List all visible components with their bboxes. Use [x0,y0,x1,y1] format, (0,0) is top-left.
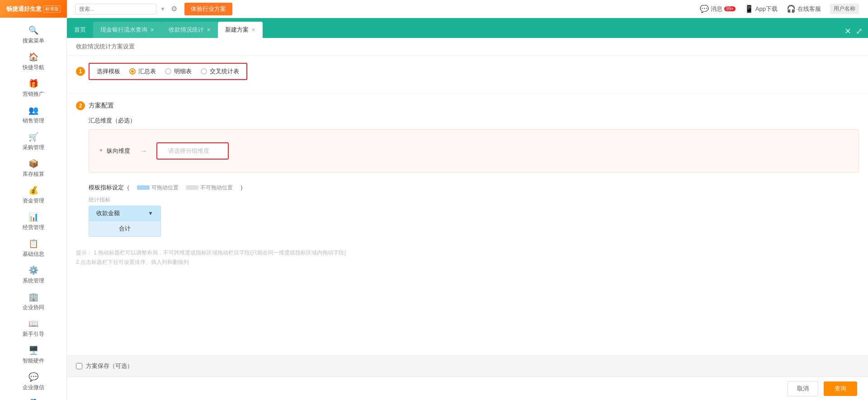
tip-1: 提示： 1.拖动标题栏可以调整布局，不可跨维度或指标区域拖动栏目字段(只能在同一… [76,249,859,257]
sidebar-item-sales[interactable]: 👥 销售管理 [0,102,66,128]
sidebar-item-inventory-label: 库存核算 [23,170,44,178]
cancel-button[interactable]: 取消 [788,381,818,396]
sidebar-item-basic-info[interactable]: 📋 基础信息 [0,235,66,262]
tab-new-plan[interactable]: 新建方案 ✕ [218,22,263,38]
sidebar-item-smart-hardware-label: 智能硬件 [23,357,44,365]
sidebar-item-purchase[interactable]: 🛒 采购管理 [0,128,66,155]
query-button[interactable]: 查询 [824,381,857,396]
sidebar-item-purchase-label: 采购管理 [23,144,44,151]
message-action[interactable]: 💬 消息 99+ [700,5,736,13]
step1-label: 选择模板 [97,67,120,75]
sales-icon: 👥 [28,105,38,115]
finance-icon: 💰 [28,185,38,195]
sidebar-item-operations[interactable]: 📊 经营管理 [0,208,66,235]
wechat-icon: 💬 [28,372,38,382]
sidebar-item-smart-hardware[interactable]: 🖥️ 智能硬件 [0,342,66,368]
search-dropdown-icon[interactable]: ▼ [160,6,165,12]
radio-detail-circle [165,68,171,75]
tab-home-label: 首页 [74,26,86,34]
dimension-section-label: 汇总维度（必选） [89,117,859,125]
radio-summary-circle [129,68,136,75]
message-label: 消息 [711,5,722,13]
tab-receipt-stats-close-icon[interactable]: ✕ [207,27,211,33]
sidebar-item-member[interactable]: 🏅 畅会员 [0,395,66,400]
download-icon: 📱 [745,5,754,13]
tab-maximize-icon[interactable]: ⤢ [856,26,863,36]
save-option-checkbox[interactable] [76,363,82,369]
metrics-column-label: 收款金额 [96,209,120,217]
content-area: 首页 现金银行流水查询 ✕ 收款情况统计 ✕ 新建方案 ✕ ✕ ⤢ [67,18,868,400]
step1-section: 1 选择模板 汇总表 [67,56,868,94]
sidebar-item-search-menu[interactable]: 🔍 搜索菜单 [0,22,66,48]
sidebar-item-finance[interactable]: 💰 资金管理 [0,182,66,208]
operations-icon: 📊 [28,212,38,222]
radio-detail-label: 明细表 [174,67,192,75]
metrics-header-text: 模板指标设定（ [89,184,130,192]
tab-bar: 首页 现金银行流水查询 ✕ 收款情况统计 ✕ 新建方案 ✕ ✕ ⤢ [67,18,868,38]
tips-section: 提示： 1.拖动标题栏可以调整布局，不可跨维度或指标区域拖动栏目字段(只能在同一… [67,245,868,273]
basic-info-icon: 📋 [28,239,38,249]
tip-2: 2.点击标题栏下拉可设置排序、插入列和删除列 [76,259,859,266]
smart-hardware-icon: 🖥️ [28,345,38,355]
sidebar-item-marketing[interactable]: 🎁 营销推广 [0,75,66,102]
message-badge: 99+ [724,6,736,11]
form-card: 收款情况统计方案设置 1 选择模板 汇总表 [67,38,868,376]
tab-close-window-icon[interactable]: ✕ [844,26,851,36]
sidebar-item-guide-label: 新手引导 [23,330,44,338]
user-area[interactable]: 用户名称 [830,4,859,14]
footer-bar: 取消 查询 [67,376,868,400]
tab-home[interactable]: 首页 [67,22,93,38]
sidebar-item-inventory[interactable]: 📦 库存核算 [0,155,66,182]
tab-bank-flow-label: 现金银行流水查询 [100,26,147,34]
purchase-icon: 🛒 [28,132,38,142]
guide-icon: 📖 [28,319,38,329]
marketing-icon: 🎁 [28,79,38,89]
tab-bank-flow[interactable]: 现金银行流水查询 ✕ [93,22,161,38]
dimension-label-text: 汇总维度（必选） [89,117,136,124]
step2-number: 2 [76,101,85,110]
sidebar-item-operations-label: 经营管理 [23,224,44,231]
draggable-color-swatch [137,185,150,190]
draggable-label: 可拖动位置 [151,184,179,192]
service-action[interactable]: 🎧 在线客服 [787,5,821,13]
user-name: 用户名称 [834,5,855,12]
logo-area: 畅捷通好生意 标准版 [0,0,67,18]
tab-new-plan-label: 新建方案 [225,26,249,34]
tab-bank-flow-close-icon[interactable]: ✕ [150,27,154,33]
step2-section: 2 方案配置 汇总维度（必选） * 纵向维度 → [67,94,868,184]
dimension-select-btn[interactable]: 请选择分组维度 [156,142,229,160]
settings-icon[interactable]: ⚙ [171,5,177,13]
sidebar-item-wechat[interactable]: 💬 企业微信 [0,368,66,395]
dimension-area: * 纵向维度 → 请选择分组维度 [89,129,859,173]
download-action[interactable]: 📱 App下载 [745,5,778,13]
top-search-input[interactable] [75,4,156,14]
tab-receipt-stats[interactable]: 收款情况统计 ✕ [161,22,218,38]
save-option-row: 方案保存（可选） [67,355,868,376]
sidebar-item-guide[interactable]: 📖 新手引导 [0,315,66,342]
quick-nav-icon: 🏠 [28,52,38,62]
dimension-required-marker: * [100,148,102,155]
sidebar-item-quick-nav[interactable]: 🏠 快捷导航 [0,48,66,75]
metrics-table-header-row[interactable]: 收款金额 ▼ [89,206,160,221]
metrics-dropdown-icon[interactable]: ▼ [148,210,153,216]
radio-summary-label: 汇总表 [138,67,156,75]
step1-title: 1 选择模板 汇总表 [76,63,859,80]
tab-new-plan-close-icon[interactable]: ✕ [251,27,255,33]
sidebar-item-system[interactable]: ⚙️ 系统管理 [0,262,66,288]
system-icon: ⚙️ [28,265,38,275]
sidebar-item-wechat-label: 企业微信 [23,384,44,391]
metrics-cell-total-label: 合计 [119,225,131,232]
trial-button[interactable]: 体验行业方案 [184,3,232,15]
radio-detail[interactable]: 明细表 [165,67,192,75]
sidebar-item-basic-info-label: 基础信息 [23,250,44,258]
radio-cross-label: 交叉统计表 [210,67,239,75]
radio-summary[interactable]: 汇总表 [129,67,156,75]
radio-cross[interactable]: 交叉统计表 [201,67,239,75]
page-header: 收款情况统计方案设置 [67,38,868,56]
metrics-draggable-legend: 可拖动位置 [137,184,179,192]
page-content: 收款情况统计方案设置 1 选择模板 汇总表 [67,38,868,376]
sidebar-item-enterprise[interactable]: 🏢 企业协同 [0,288,66,315]
metrics-header-close-paren: ） [240,184,246,192]
dimension-arrow-icon: → [139,146,147,156]
step1-number: 1 [76,67,85,76]
